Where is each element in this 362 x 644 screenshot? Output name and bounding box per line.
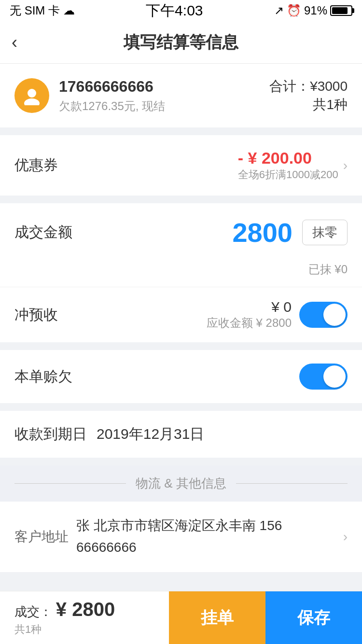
debt-row: 本单赊欠 [0,350,362,403]
bottom-bar: 成交： ¥ 2800 共1种 挂单 保存 [0,591,362,644]
bottom-info: 成交： ¥ 2800 共1种 [0,599,169,637]
logistics-label: 物流 & 其他信息 [136,475,226,492]
amount-section: 成交金额 2800 抹零 已抹 ¥0 冲预收 ¥ 0 应收金额 ¥ 2800 [0,203,362,342]
bottom-prefix-label: 成交： [14,604,52,619]
coupon-label: 优惠券 [14,155,58,175]
status-right: ↗ ⏰ 91% [274,4,352,17]
bottom-count: 共1种 [14,622,154,637]
toggle-knob [323,304,346,326]
svg-point-0 [28,89,36,98]
coupon-row[interactable]: 优惠券 - ¥ 200.00 全场6折满1000减200 › [0,135,362,196]
svg-point-1 [24,98,40,105]
prepay-amount: ¥ 0 [207,299,292,315]
nav-bar: ‹ 填写结算等信息 [0,21,362,64]
sim-label: 无 SIM 卡 ☁ [10,3,75,18]
customer-info: 17666666666 欠款1276.35元, 现结 [59,78,165,114]
round-zero-button[interactable]: 抹零 [302,220,348,245]
chevron-right-icon: › [343,158,348,173]
divider-line-left [14,483,126,484]
battery-icon [330,5,352,16]
customer-card: 17666666666 欠款1276.35元, 现结 合计：¥3000 共1种 [0,64,362,127]
count-label: 共1种 [269,96,348,114]
status-time: 下午4:03 [146,1,203,21]
avatar [14,78,49,113]
alarm-icon: ⏰ [287,4,301,17]
logistics-header: 物流 & 其他信息 [0,465,362,502]
amount-value: 2800 [232,217,292,248]
prepay-toggle[interactable] [299,302,348,328]
debt-toggle-knob [323,365,346,388]
main-content: 17666666666 欠款1276.35元, 现结 合计：¥3000 共1种 … [0,64,362,644]
prepay-sub: 应收金额 ¥ 2800 [207,315,292,331]
bottom-amount: ¥ 2800 [56,599,115,620]
page-title: 填写结算等信息 [124,31,238,54]
debt-label: 本单赊欠 [14,367,72,387]
due-date-row: 收款到期日 2019年12月31日 [0,411,362,458]
address-label: 客户地址 [14,528,69,546]
status-left: 无 SIM 卡 ☁ [10,3,75,18]
total-label: 合计：¥3000 [269,77,348,96]
customer-debt: 欠款1276.35元, 现结 [59,98,165,114]
address-value: 张 北京市市辖区海淀区永丰南 156 66666666 [69,515,343,559]
prepay-label: 冲预收 [14,305,58,325]
customer-total: 合计：¥3000 共1种 [269,77,348,114]
coupon-amount: - ¥ 200.00 [238,149,338,168]
amount-row: 成交金额 2800 抹零 [0,203,362,262]
debt-toggle[interactable] [299,364,348,390]
prepay-row: 冲预收 ¥ 0 应收金额 ¥ 2800 [0,287,362,342]
customer-phone: 17666666666 [59,78,165,96]
divider-line-right [236,483,348,484]
back-button[interactable]: ‹ [12,32,17,53]
due-date-label: 收款到期日 [14,424,87,444]
coupon-desc: 全场6折满1000减200 [238,168,338,182]
amount-label: 成交金额 [14,223,72,242]
address-row[interactable]: 客户地址 张 北京市市辖区海淀区永丰南 156 66666666 › [0,502,362,572]
amount-sub-label: 已抹 ¥0 [0,262,362,287]
battery-label: 91% [304,4,327,17]
due-date-value: 2019年12月31日 [97,424,204,444]
hold-button[interactable]: 挂单 [169,591,265,644]
status-bar: 无 SIM 卡 ☁ 下午4:03 ↗ ⏰ 91% [0,0,362,21]
address-chevron-icon: › [343,529,348,545]
location-icon: ↗ [274,4,284,17]
save-button[interactable]: 保存 [265,591,362,644]
